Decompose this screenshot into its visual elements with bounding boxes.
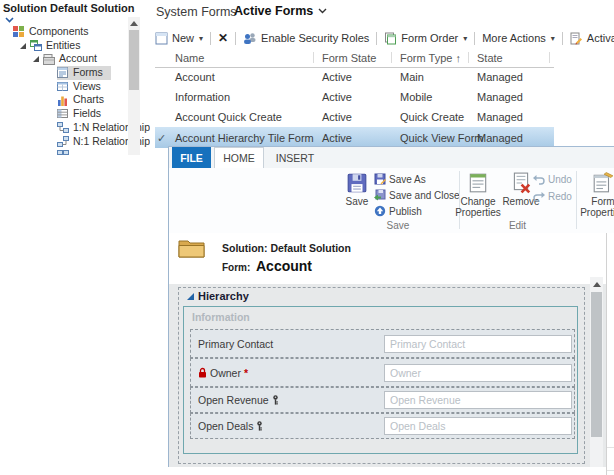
publish-button[interactable]: Publish xyxy=(374,205,422,217)
tree-expander-icon[interactable] xyxy=(33,56,39,62)
save-and-close-button[interactable]: Save and Close xyxy=(374,189,460,201)
dropdown-arrow-icon: ▾ xyxy=(463,34,467,43)
tab-insert[interactable]: INSERT xyxy=(268,147,322,168)
system-forms-grid: System Forms Active Forms New ▾ ✕ Enable… xyxy=(155,0,554,148)
activate-button[interactable]: Activate xyxy=(570,32,614,45)
form-label: Form: xyxy=(222,262,250,273)
dropdown-arrow-icon: ▾ xyxy=(199,34,203,43)
column-header-form-type[interactable]: Form Type ↑ xyxy=(400,52,461,64)
form-order-icon xyxy=(384,32,397,45)
form-order-button[interactable]: Form Order ▾ xyxy=(384,32,467,45)
grid-toolbar: New ▾ ✕ Enable Security Roles Form Order… xyxy=(155,28,554,48)
many-to-many-relationship-icon xyxy=(57,150,69,157)
publish-icon xyxy=(374,205,386,217)
lock-icon xyxy=(198,367,207,378)
field-row-owner[interactable]: Owner * xyxy=(190,358,575,387)
one-to-many-relationship-icon xyxy=(57,122,69,133)
components-icon xyxy=(13,26,25,37)
field-row-primary-contact[interactable]: Primary Contact xyxy=(190,329,575,358)
change-properties-icon xyxy=(467,172,489,194)
fields-icon xyxy=(57,108,69,119)
group-title: Information xyxy=(192,311,250,323)
table-row-selected[interactable]: ✓ Account Hierarchy Tile Form Active Qui… xyxy=(155,127,554,148)
ribbon-group-label-edit: Edit xyxy=(461,220,574,231)
form-name: Account xyxy=(256,258,312,274)
folder-icon xyxy=(178,237,205,258)
entities-icon xyxy=(30,40,42,51)
section-header-hierarchy[interactable]: Hierarchy xyxy=(187,290,249,302)
scrollbar-thumb[interactable] xyxy=(129,30,139,90)
table-row[interactable]: Account Quick Create Active Quick Create… xyxy=(155,107,554,127)
form-properties-icon xyxy=(592,172,614,194)
solution-title: Solution Default Solution xyxy=(3,2,134,14)
ribbon: Save Save As Save and Close Publish Save… xyxy=(169,168,614,234)
table-row[interactable]: Account Active Main Managed xyxy=(155,67,554,87)
save-button[interactable]: Save xyxy=(341,170,373,220)
table-row[interactable]: Information Active Mobile Managed xyxy=(155,87,554,107)
tree-expander-icon[interactable] xyxy=(20,43,26,49)
close-icon: ✕ xyxy=(218,31,228,45)
rollup-field-icon xyxy=(272,395,279,405)
activate-icon xyxy=(570,32,583,45)
section-expanded-icon xyxy=(187,293,194,300)
new-form-icon xyxy=(155,32,168,45)
save-as-icon xyxy=(374,173,386,185)
remove-icon xyxy=(510,172,532,194)
chevron-down-icon xyxy=(318,8,327,14)
view-selector[interactable]: Active Forms xyxy=(234,4,327,18)
dropdown-arrow-icon: ▾ xyxy=(551,34,555,43)
form-designer-canvas: Hierarchy Information Primary Contact Ow… xyxy=(169,284,606,467)
open-deals-field[interactable] xyxy=(384,417,572,435)
column-header-state[interactable]: State xyxy=(477,52,503,64)
field-row-open-deals[interactable]: Open Deals xyxy=(190,413,575,439)
open-revenue-field[interactable] xyxy=(384,391,572,409)
redo-button[interactable]: Redo xyxy=(533,191,572,202)
sort-ascending-icon: ↑ xyxy=(455,52,461,64)
field-row-open-revenue[interactable]: Open Revenue xyxy=(190,387,575,413)
row-check-icon: ✓ xyxy=(157,131,166,144)
change-properties-button[interactable]: Change Properties xyxy=(455,170,501,220)
new-button[interactable]: New ▾ xyxy=(155,32,203,45)
grid-header-row: Name Form State Form Type ↑ State xyxy=(155,48,554,68)
page-title: System Forms xyxy=(156,5,237,19)
ribbon-group-label-save: Save xyxy=(341,220,455,231)
undo-icon xyxy=(533,175,545,185)
sidebar-scrollbar[interactable] xyxy=(128,17,140,155)
solution-explorer-sidebar: Solution Default Solution Components Ent… xyxy=(0,0,150,157)
column-header-form-state[interactable]: Form State xyxy=(322,52,376,64)
form-properties-button[interactable]: Form Properties xyxy=(579,170,614,220)
scrollbar-thumb[interactable] xyxy=(591,292,602,437)
charts-icon xyxy=(57,95,69,106)
tree-selection-highlight: Forms xyxy=(57,66,111,80)
rollup-field-icon xyxy=(256,421,263,431)
scroll-up-icon[interactable] xyxy=(130,21,138,26)
collapse-chevron-icon[interactable] xyxy=(5,17,14,23)
tab-file[interactable]: FILE xyxy=(172,147,211,168)
column-header-name[interactable]: Name xyxy=(175,52,204,64)
scroll-up-icon[interactable] xyxy=(593,282,601,287)
information-group-box[interactable]: Information Primary Contact Owner * Open… xyxy=(183,306,578,454)
right-edge-panel xyxy=(606,233,614,475)
views-icon xyxy=(57,81,69,92)
editor-header: Solution: Default Solution Form: Account xyxy=(169,233,606,284)
save-as-button[interactable]: Save As xyxy=(374,173,426,185)
redo-icon xyxy=(533,192,545,202)
forms-icon xyxy=(57,67,69,78)
canvas-scrollbar[interactable] xyxy=(590,277,603,467)
tab-home[interactable]: HOME xyxy=(214,147,264,168)
ribbon-tab-bar: FILE HOME INSERT xyxy=(169,147,614,168)
required-asterisk: * xyxy=(244,367,248,379)
many-to-one-relationship-icon xyxy=(57,136,69,147)
save-and-close-icon xyxy=(374,189,386,201)
primary-contact-field[interactable] xyxy=(384,335,572,353)
more-actions-button[interactable]: More Actions ▾ xyxy=(482,32,555,44)
delete-button[interactable]: ✕ xyxy=(218,31,228,45)
solution-label: Solution: Default Solution xyxy=(222,242,351,254)
save-icon xyxy=(346,172,368,194)
enable-security-roles-button[interactable]: Enable Security Roles xyxy=(243,32,369,45)
security-roles-icon xyxy=(243,32,257,45)
undo-button[interactable]: Undo xyxy=(533,174,572,185)
ribbon-group-label-form: Form xyxy=(578,220,614,231)
account-entity-icon xyxy=(43,54,55,65)
owner-field[interactable] xyxy=(384,364,572,382)
